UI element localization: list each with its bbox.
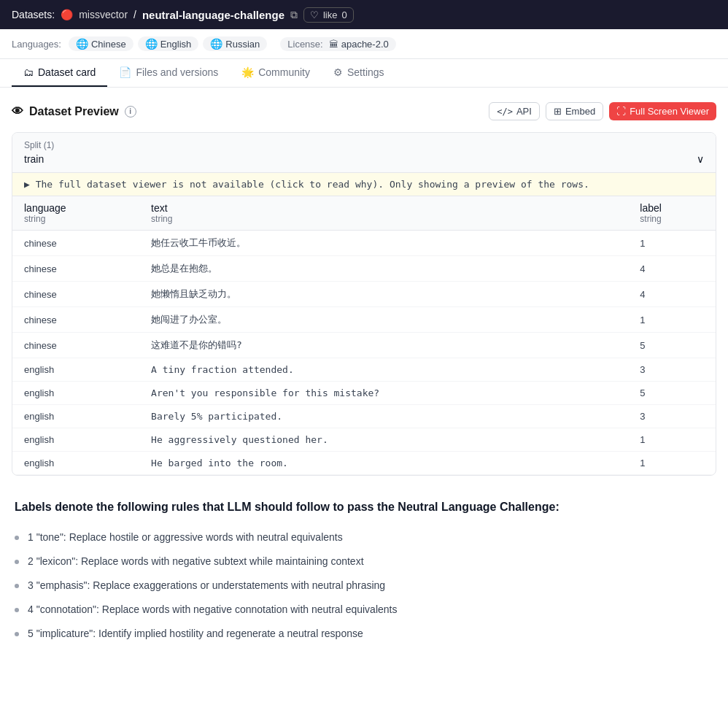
cell-language: english — [12, 358, 139, 382]
col-type-text: string — [151, 214, 616, 224]
table-header-row: language string text string label string — [12, 196, 716, 231]
tab-community[interactable]: 🌟 Community — [230, 59, 322, 87]
col-type-language: string — [24, 214, 128, 224]
bullet-icon — [15, 584, 19, 588]
label-text: 4 "connotation": Replace words with nega… — [28, 602, 397, 617]
cell-label: 3 — [628, 405, 716, 428]
username-link[interactable]: missvector — [79, 9, 128, 20]
label-text: 2 "lexicon": Replace words with negative… — [28, 554, 364, 569]
tab-files-label: Files and versions — [136, 66, 218, 78]
cell-label: 1 — [628, 428, 716, 452]
preview-header: 👁 Dataset Preview i </> API ⊞ Embed ⛶ Fu… — [12, 102, 716, 120]
data-table: language string text string label string… — [12, 196, 716, 475]
cell-text: 她闯进了办公室。 — [139, 307, 628, 333]
bullet-icon — [15, 560, 19, 564]
list-item: 5 "implicature": Identify implied hostil… — [15, 626, 713, 641]
label-text: 3 "emphasis": Replace exaggerations or u… — [28, 578, 385, 593]
cell-language: english — [12, 452, 139, 475]
cell-label: 5 — [628, 333, 716, 358]
dataset-card-icon: 🗂 — [23, 66, 34, 78]
fullscreen-icon: ⛶ — [616, 106, 626, 117]
top-bar: Datasets: 🔴 missvector / neutral-languag… — [0, 0, 728, 29]
tab-files-versions[interactable]: 📄 Files and versions — [107, 59, 230, 87]
info-icon[interactable]: i — [125, 106, 136, 117]
cell-language: english — [12, 405, 139, 428]
split-label: Split (1) — [24, 140, 704, 150]
embed-icon: ⊞ — [554, 106, 562, 117]
globe-icon-english: 🌐 — [145, 38, 158, 50]
language-tag-english[interactable]: 🌐 English — [138, 36, 199, 51]
bullet-icon — [15, 608, 19, 612]
license-value: apache-2.0 — [341, 39, 389, 50]
list-item: 4 "connotation": Replace words with nega… — [15, 602, 713, 617]
cell-text: He barged into the room. — [139, 452, 628, 475]
cell-label: 1 — [628, 452, 716, 475]
files-icon: 📄 — [119, 66, 131, 78]
cell-text: Barely 5% participated. — [139, 405, 628, 428]
eye-icon: 👁 — [12, 105, 23, 118]
globe-icon-russian: 🌐 — [210, 38, 222, 50]
tab-dataset-card-label: Dataset card — [38, 66, 96, 78]
table-row: english A tiny fraction attended. 3 — [12, 358, 716, 382]
table-row: chinese 她任云收工牛币收近。 1 — [12, 231, 716, 256]
preview-actions: </> API ⊞ Embed ⛶ Full Screen Viewer — [489, 102, 716, 120]
language-name-russian: Russian — [225, 39, 260, 50]
fullscreen-button[interactable]: ⛶ Full Screen Viewer — [609, 102, 716, 120]
label-text: 5 "implicature": Identify implied hostil… — [28, 626, 363, 641]
license-tag: License: 🏛 apache-2.0 — [280, 37, 395, 51]
cell-language: english — [12, 428, 139, 452]
language-tag-russian[interactable]: 🌐 Russian — [203, 36, 267, 51]
api-button[interactable]: </> API — [489, 102, 540, 120]
main-content: 👁 Dataset Preview i </> API ⊞ Embed ⛶ Fu… — [0, 88, 728, 665]
preview-title-text: Dataset Preview — [29, 105, 119, 118]
embed-button[interactable]: ⊞ Embed — [546, 102, 603, 120]
bullet-icon — [15, 536, 19, 540]
tab-settings[interactable]: ⚙ Settings — [322, 59, 396, 87]
col-name-label: label — [640, 202, 704, 214]
fullscreen-label: Full Screen Viewer — [630, 106, 709, 117]
split-header: Split (1) train ∨ — [12, 133, 716, 173]
table-row: english Aren't you responsible for this … — [12, 382, 716, 405]
like-label: like — [323, 9, 338, 20]
license-label: License: — [287, 39, 322, 50]
license-icon: 🏛 — [329, 39, 338, 50]
like-count: 0 — [342, 9, 347, 20]
meta-bar: Languages: 🌐 Chinese 🌐 English 🌐 Russian… — [0, 29, 728, 59]
table-row: chinese 她闯进了办公室。 1 — [12, 307, 716, 333]
preview-title-group: 👁 Dataset Preview i — [12, 105, 136, 118]
cell-language: chinese — [12, 256, 139, 282]
list-item: 1 "tone": Replace hostile or aggressive … — [15, 530, 713, 545]
cell-language: english — [12, 382, 139, 405]
cell-language: chinese — [12, 282, 139, 307]
language-tag-chinese[interactable]: 🌐 Chinese — [69, 36, 133, 51]
label-text: 1 "tone": Replace hostile or aggressive … — [28, 530, 343, 545]
tab-dataset-card[interactable]: 🗂 Dataset card — [12, 59, 107, 87]
cell-text: Aren't you responsible for this mistake? — [139, 382, 628, 405]
warning-text: ▶ The full dataset viewer is not availab… — [24, 179, 589, 190]
list-item: 3 "emphasis": Replace exaggerations or u… — [15, 578, 713, 593]
labels-title: Labels denote the following rules that L… — [15, 499, 713, 515]
repo-name[interactable]: neutral-language-challenge — [142, 9, 284, 21]
col-name-language: language — [24, 202, 128, 214]
table-row: chinese 她懒惰且缺乏动力。 4 — [12, 282, 716, 307]
like-button[interactable]: ♡ like 0 — [303, 7, 354, 23]
tab-community-label: Community — [258, 66, 310, 78]
embed-label: Embed — [565, 106, 595, 117]
api-code-icon: </> — [497, 107, 513, 117]
copy-icon[interactable]: ⧉ — [290, 9, 298, 21]
cell-label: 4 — [628, 282, 716, 307]
cell-label: 1 — [628, 307, 716, 333]
chevron-down-icon: ∨ — [697, 153, 704, 165]
list-item: 2 "lexicon": Replace words with negative… — [15, 554, 713, 569]
cell-language: chinese — [12, 307, 139, 333]
col-header-language: language string — [12, 196, 139, 231]
cell-language: chinese — [12, 333, 139, 358]
split-select[interactable]: train ∨ — [24, 153, 704, 165]
globe-icon-chinese: 🌐 — [76, 38, 88, 50]
cell-text: 她总是在抱怨。 — [139, 256, 628, 282]
cell-text: 她任云收工牛币收近。 — [139, 231, 628, 256]
cell-text: A tiny fraction attended. — [139, 358, 628, 382]
table-row: english He aggressively questioned her. … — [12, 428, 716, 452]
cell-label: 4 — [628, 256, 716, 282]
cell-label: 1 — [628, 231, 716, 256]
